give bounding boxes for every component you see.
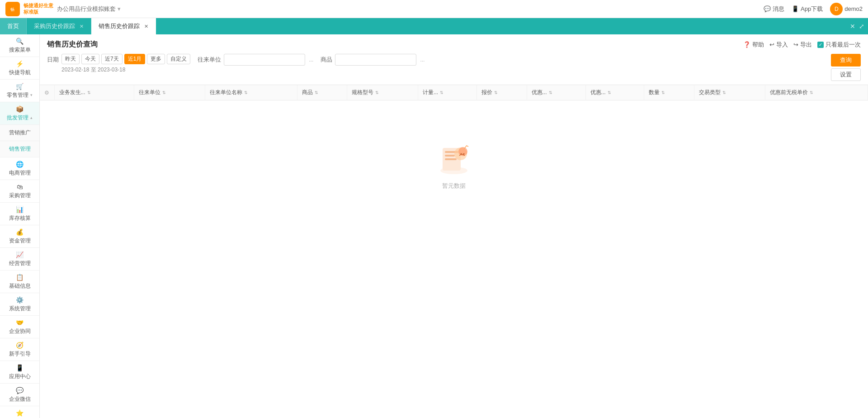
app-center-icon: 📱 bbox=[16, 364, 24, 371]
export-btn[interactable]: ↪ 导出 bbox=[793, 41, 812, 49]
table-col-trade-type[interactable]: 交易类型⇅ bbox=[694, 85, 765, 100]
date-btn-more[interactable]: 更多 bbox=[147, 54, 165, 64]
logo-icon: 畅 bbox=[5, 2, 20, 16]
sidebar-item-basic-info[interactable]: 📋 基础信息 bbox=[0, 271, 39, 293]
only-last-checkbox[interactable]: ✓ bbox=[817, 42, 824, 48]
table-col-discount1[interactable]: 优惠...⇅ bbox=[527, 85, 585, 100]
table-col-pre-tax-price[interactable]: 优惠前无税单价⇅ bbox=[765, 85, 868, 100]
date-filter-group: 日期 昨天 今天 近7天 近1月 更多 自定义 2023-02-18 至 202… bbox=[47, 54, 190, 74]
table-col-settings: ⚙ bbox=[40, 85, 54, 100]
tab-sales-history[interactable]: 销售历史价跟踪 ✕ bbox=[91, 18, 156, 34]
top-bar-right: 💬 消息 📱 App下载 D demo2 bbox=[764, 3, 863, 15]
page-header: 销售历史价查询 ❓ 帮助 ↩ 导入 ↪ 导出 ✓ bbox=[40, 34, 868, 85]
svg-rect-5 bbox=[445, 155, 455, 157]
sidebar-item-finance[interactable]: 💰 资金管理 bbox=[0, 225, 39, 248]
sidebar-item-sales-mgmt[interactable]: 销售管理 bbox=[0, 141, 39, 157]
close-all-tabs-btn[interactable]: ✕ bbox=[850, 23, 855, 30]
sidebar-item-enterprise-wechat[interactable]: 💬 企业微信 bbox=[0, 384, 39, 406]
inventory-icon: 📊 bbox=[16, 206, 24, 213]
date-btn-today[interactable]: 今天 bbox=[81, 54, 99, 64]
table-col-from-unit[interactable]: 往来单位⇅ bbox=[134, 85, 205, 100]
empty-illustration bbox=[431, 137, 476, 182]
tab-purchase-history[interactable]: 采购历史价跟踪 ✕ bbox=[27, 18, 91, 34]
date-btn-1month[interactable]: 近1月 bbox=[124, 54, 146, 64]
user-avatar-area[interactable]: D demo2 bbox=[830, 3, 863, 15]
date-btn-custom[interactable]: 自定义 bbox=[167, 54, 190, 64]
date-btn-yesterday[interactable]: 昨天 bbox=[61, 54, 80, 64]
sidebar-item-ops[interactable]: 📈 经营管理 bbox=[0, 248, 39, 271]
only-last-checkbox-label[interactable]: ✓ 只看最后一次 bbox=[817, 41, 861, 49]
message-icon: 💬 bbox=[764, 5, 771, 12]
download-icon: 📱 bbox=[792, 5, 799, 12]
table-col-from-unit-name[interactable]: 往来单位名称⇅ bbox=[205, 85, 297, 100]
settings-button[interactable]: 设置 bbox=[831, 68, 861, 81]
date-filter-btn-row: 昨天 今天 近7天 近1月 更多 自定义 bbox=[61, 54, 190, 64]
help-btn[interactable]: ❓ 帮助 bbox=[743, 41, 764, 49]
sidebar-item-quick-nav[interactable]: ⚡ 快捷导航 bbox=[0, 57, 39, 80]
tab-purchase-history-close[interactable]: ✕ bbox=[80, 24, 84, 29]
quick-nav-icon: ⚡ bbox=[16, 60, 24, 67]
sidebar-item-inventory[interactable]: 📊 库存核算 bbox=[0, 203, 39, 225]
avatar: D bbox=[830, 3, 843, 15]
table-col-quantity[interactable]: 数量⇅ bbox=[644, 85, 694, 100]
collab-icon: 🤝 bbox=[16, 319, 24, 326]
top-bar: 畅 畅捷通好生意 标准版 办公用品行业模拟账套 ▾ 💬 消息 📱 App下载 D… bbox=[0, 0, 868, 18]
logo-text: 畅捷通好生意 标准版 bbox=[24, 3, 53, 14]
date-btn-7days[interactable]: 近7天 bbox=[101, 54, 123, 64]
breadcrumb-arrow: ▾ bbox=[118, 5, 121, 12]
from-unit-filter-group: 往来单位 ... bbox=[198, 54, 313, 66]
wholesale-icon: 📦 bbox=[16, 105, 24, 113]
search-icon: 🔍 bbox=[16, 38, 24, 45]
sidebar-item-marketing[interactable]: 营销推广 bbox=[0, 125, 39, 141]
ops-icon: 📈 bbox=[16, 251, 24, 258]
table-col-quote[interactable]: 报价⇅ bbox=[477, 85, 527, 100]
sidebar-item-vip[interactable]: ⭐ 畅会员 bbox=[0, 406, 39, 418]
sidebar-item-ecommerce[interactable]: 🌐 电商管理 bbox=[0, 157, 39, 180]
sidebar-item-purchase[interactable]: 🛍 采购管理 bbox=[0, 180, 39, 203]
date-filter-label: 日期 bbox=[47, 54, 59, 64]
app-download-btn[interactable]: 📱 App下载 bbox=[792, 5, 823, 13]
sidebar-item-enterprise-collab[interactable]: 🤝 企业协同 bbox=[0, 316, 39, 338]
svg-rect-6 bbox=[445, 158, 457, 160]
product-filter-group: 商品 ... bbox=[321, 54, 425, 66]
sidebar-item-app-center[interactable]: 📱 应用中心 bbox=[0, 361, 39, 384]
empty-state: 暂元数据 bbox=[40, 100, 868, 226]
sidebar-item-wholesale-mgmt[interactable]: 📦 批发管理▴ bbox=[0, 102, 39, 125]
table-col-biz-date[interactable]: 业务发生...⇅ bbox=[54, 85, 134, 100]
export-icon: ↪ bbox=[793, 41, 798, 48]
product-input[interactable] bbox=[335, 54, 416, 66]
query-button[interactable]: 查询 bbox=[831, 54, 861, 66]
maximize-btn[interactable]: ⤢ bbox=[859, 23, 864, 30]
tab-bar-actions: ✕ ⤢ bbox=[846, 18, 868, 34]
sidebar-item-new-guide[interactable]: 🧭 新手引导 bbox=[0, 338, 39, 361]
tab-bar: 首页 采购历史价跟踪 ✕ 销售历史价跟踪 ✕ ✕ ⤢ bbox=[0, 18, 868, 34]
sidebar-item-search-menu[interactable]: 🔍 搜索菜单 bbox=[0, 34, 39, 57]
guide-icon: 🧭 bbox=[16, 342, 24, 349]
table-col-product[interactable]: 商品⇅ bbox=[297, 85, 347, 100]
content-area: 销售历史价查询 ❓ 帮助 ↩ 导入 ↪ 导出 ✓ bbox=[40, 34, 868, 418]
col-settings-icon[interactable]: ⚙ bbox=[44, 90, 49, 96]
sidebar-item-sys-mgmt[interactable]: ⚙️ 系统管理 bbox=[0, 293, 39, 316]
basic-info-icon: 📋 bbox=[16, 274, 24, 281]
purchase-icon: 🛍 bbox=[17, 183, 23, 190]
svg-point-9 bbox=[460, 153, 462, 155]
sidebar-item-retail-mgmt[interactable]: 🛒 零售管理▾ bbox=[0, 80, 39, 102]
data-table: ⚙ 业务发生...⇅ 往来单位⇅ 往来单位名称⇅ 商品⇅ bbox=[40, 85, 868, 226]
page-actions: ❓ 帮助 ↩ 导入 ↪ 导出 ✓ 只看最后一次 bbox=[743, 41, 861, 49]
table-col-unit[interactable]: 计量...⇅ bbox=[418, 85, 477, 100]
date-range-display: 2023-02-18 至 2023-03-18 bbox=[61, 66, 190, 74]
svg-point-10 bbox=[463, 153, 464, 155]
table-col-spec[interactable]: 规格型号⇅ bbox=[347, 85, 418, 100]
main-layout: 🔍 搜索菜单 ⚡ 快捷导航 🛒 零售管理▾ 📦 批发管理▴ 营销推广 销售管理 … bbox=[0, 34, 868, 418]
import-icon: ↩ bbox=[769, 41, 774, 48]
table-container: ⚙ 业务发生...⇅ 往来单位⇅ 往来单位名称⇅ 商品⇅ bbox=[40, 85, 868, 418]
product-dots: ... bbox=[420, 57, 425, 63]
filter-row: 日期 昨天 今天 近7天 近1月 更多 自定义 2023-02-18 至 202… bbox=[47, 54, 861, 81]
table-col-discount2[interactable]: 优惠...⇅ bbox=[585, 85, 644, 100]
breadcrumb: 办公用品行业模拟账套 ▾ bbox=[57, 5, 121, 13]
import-btn[interactable]: ↩ 导入 bbox=[769, 41, 788, 49]
message-btn[interactable]: 💬 消息 bbox=[764, 5, 784, 13]
from-unit-input[interactable] bbox=[224, 54, 305, 66]
tab-home[interactable]: 首页 bbox=[0, 18, 27, 34]
tab-sales-history-close[interactable]: ✕ bbox=[144, 24, 148, 29]
